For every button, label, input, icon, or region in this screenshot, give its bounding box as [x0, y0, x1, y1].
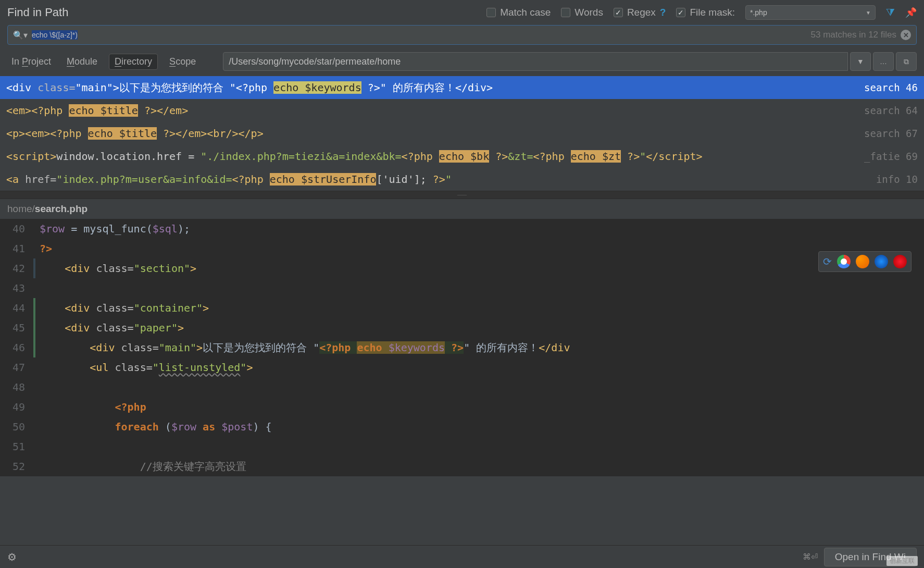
result-row[interactable]: <p><em><?php echo $title ?></em><br/></p…: [0, 122, 924, 145]
file-mask-dropdown[interactable]: *.php▼: [745, 5, 876, 20]
match-count: 53 matches in 12 files: [811, 30, 896, 40]
results-splitter[interactable]: ┄┄┄: [0, 191, 924, 199]
scope-module[interactable]: Module: [63, 54, 102, 69]
clear-icon[interactable]: ✕: [901, 30, 911, 40]
result-file: search 64: [854, 105, 918, 116]
project-tree-button[interactable]: ⧉: [896, 52, 917, 71]
scope-in-project[interactable]: In Project: [7, 54, 55, 69]
match-case-checkbox[interactable]: Match case: [486, 7, 551, 18]
result-file: search 46: [854, 82, 918, 93]
watermark: 创新互联: [886, 556, 918, 566]
pin-icon[interactable]: 📌: [905, 7, 917, 18]
ide-preview-icon[interactable]: ⟳: [823, 255, 832, 268]
firefox-icon[interactable]: [856, 255, 869, 268]
result-file: search 67: [854, 128, 918, 139]
settings-icon[interactable]: ⚙: [7, 551, 17, 563]
code-preview[interactable]: 40$row = mysql_func($sql); 41?> 42 <div …: [0, 219, 924, 476]
file-mask-checkbox[interactable]: File mask:: [676, 7, 735, 18]
result-row[interactable]: <script>window.location.href = "./index.…: [0, 145, 924, 168]
words-checkbox[interactable]: Words: [561, 7, 603, 18]
scope-scope[interactable]: Scope: [165, 54, 200, 69]
results-list: <div class="main">以下是为您找到的符合 "<?php echo…: [0, 76, 924, 191]
regex-help-icon[interactable]: ?: [660, 7, 666, 18]
safari-icon[interactable]: [875, 255, 888, 268]
directory-path-input[interactable]: /Users/song/mycode/star/permeate/home: [223, 52, 848, 71]
result-file: _fatie 69: [854, 151, 918, 162]
chevron-down-icon: ▼: [866, 10, 871, 16]
shortcut-hint: ⌘⏎: [803, 552, 818, 562]
browse-button[interactable]: …: [873, 52, 894, 71]
result-row[interactable]: <a href="index.php?m=user&a=info&id=<?ph…: [0, 168, 924, 191]
opera-icon[interactable]: [893, 255, 907, 268]
preview-file-path: home/search.php: [0, 199, 924, 219]
browser-preview-bar: ⟳: [818, 251, 911, 272]
search-input[interactable]: echo \$([a-z]*): [32, 30, 78, 40]
result-row[interactable]: <div class="main">以下是为您找到的符合 "<?php echo…: [0, 76, 924, 99]
scope-directory[interactable]: Directory: [109, 54, 158, 70]
path-history-dropdown[interactable]: ▼: [850, 52, 871, 71]
dialog-title: Find in Path: [7, 6, 476, 19]
regex-checkbox[interactable]: Regex ?: [614, 7, 666, 18]
filter-icon[interactable]: ⧩: [886, 7, 895, 19]
result-row[interactable]: <em><?php echo $title ?></em> search 64: [0, 99, 924, 122]
chrome-icon[interactable]: [837, 255, 851, 268]
search-field-container: 🔍▾ echo \$([a-z]*) 53 matches in 12 file…: [7, 25, 917, 45]
result-file: info 10: [866, 174, 918, 185]
search-icon: 🔍▾: [13, 30, 28, 40]
